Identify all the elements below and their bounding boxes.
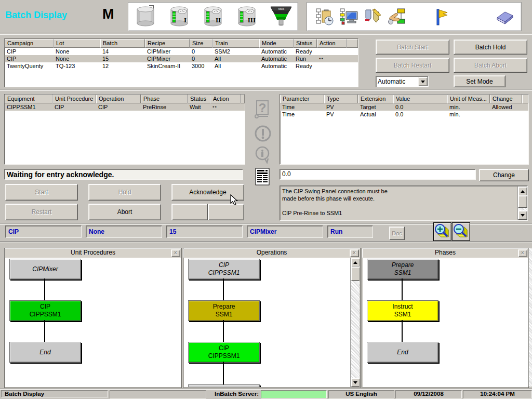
storage-tank-icon[interactable]: [134, 5, 157, 29]
column-header[interactable]: Recipe: [145, 39, 190, 48]
column-header[interactable]: Status: [294, 39, 317, 48]
operations-scrollbar[interactable]: [350, 258, 360, 387]
book-icon[interactable]: [495, 8, 515, 26]
table-row[interactable]: CIPNone15CIPMixer0AllAutomaticRun**: [5, 55, 358, 62]
column-header[interactable]: Phase: [141, 95, 188, 103]
column-header[interactable]: Type: [324, 95, 358, 103]
column-header[interactable]: Change: [490, 95, 522, 103]
phases-scrollbar-partial[interactable]: [528, 248, 532, 387]
column-header[interactable]: Batch: [100, 39, 145, 48]
close-icon[interactable]: ×: [350, 249, 359, 257]
flow-box[interactable]: PrepareSSM1: [188, 300, 260, 321]
restart-button[interactable]: Restart: [5, 204, 78, 220]
column-header[interactable]: Status: [188, 95, 210, 103]
change-button[interactable]: Change: [479, 169, 529, 181]
flow-box[interactable]: InstructSSM1: [367, 300, 438, 321]
table-cell: [317, 48, 347, 55]
table-row[interactable]: TwentyQuentyTQ-12312SkinCream-II3000AllA…: [5, 62, 358, 70]
column-header[interactable]: Value: [393, 95, 447, 103]
table-cell: 14: [100, 48, 145, 55]
column-header[interactable]: Operation: [96, 95, 141, 103]
column-header[interactable]: Campaign: [5, 39, 54, 48]
question-phase-icon: ?: [252, 97, 273, 121]
column-header[interactable]: Unit Procedure: [52, 95, 96, 103]
flow-box[interactable]: CIPMixer: [9, 259, 81, 280]
flow-box[interactable]: End: [367, 342, 438, 363]
table-header: EquipmentUnit ProcedureOperationPhaseSta…: [5, 95, 245, 103]
table-cell: 12: [100, 62, 145, 70]
table-cell: Time: [280, 103, 324, 111]
set-mode-button[interactable]: Set Mode: [454, 75, 506, 87]
operations-scroll-thumb[interactable]: [351, 267, 360, 281]
status-language: US English: [328, 390, 394, 398]
start-button[interactable]: Start: [5, 184, 78, 201]
zoom-in-button[interactable]: [433, 222, 451, 241]
column-header[interactable]: Size: [190, 39, 212, 48]
scroll-up-icon[interactable]: [351, 258, 360, 267]
section-divider-3: [0, 241, 532, 243]
column-header[interactable]: Parameter: [280, 95, 324, 103]
table-row[interactable]: TimePVActual0.0min.: [280, 111, 528, 118]
close-icon[interactable]: ×: [518, 249, 527, 257]
abort-button[interactable]: Abort: [88, 204, 161, 220]
flow-box[interactable]: CIPCIPPSSM1: [9, 300, 81, 321]
column-header-filler: [241, 95, 245, 103]
report-icon[interactable]: [255, 167, 270, 187]
hold-button[interactable]: Hold: [88, 184, 161, 201]
message-line: made before this phase will execute.: [282, 195, 516, 202]
schedule-icon[interactable]: [315, 7, 335, 26]
vessel-edit-icon[interactable]: [363, 7, 383, 26]
scroll-up-icon[interactable]: [518, 187, 527, 196]
column-header[interactable]: Train: [212, 39, 259, 48]
scroll-down-icon[interactable]: [518, 210, 527, 220]
tank-2-icon[interactable]: II: [201, 5, 225, 29]
scroll-down-icon[interactable]: [351, 378, 360, 387]
column-header[interactable]: Action: [317, 39, 347, 48]
flow-box-label: SSM1: [394, 311, 411, 318]
info-glyph: [254, 146, 272, 164]
batch-hold-button[interactable]: Batch Hold: [454, 39, 527, 55]
blank-button-1[interactable]: [171, 204, 208, 220]
column-header[interactable]: Equipment: [5, 95, 52, 103]
batch-restart-button[interactable]: Batch Restart: [376, 58, 449, 73]
abort-label: Abort: [117, 208, 132, 216]
connector-line: [44, 278, 45, 300]
batch-abort-label: Batch Abort: [474, 62, 507, 69]
triangle-up: [521, 190, 525, 193]
batch-display-icon[interactable]: [339, 7, 359, 26]
mode-select[interactable]: Automatic: [376, 76, 429, 87]
mode-select-arrow[interactable]: [418, 77, 428, 86]
close-icon[interactable]: ×: [171, 249, 180, 257]
column-header[interactable]: Extension: [358, 95, 393, 103]
status-app-name: Batch Display: [1, 390, 108, 397]
table-cell: PV: [324, 103, 358, 111]
message-scroll-thumb[interactable]: [518, 195, 527, 208]
table-row[interactable]: CIPPSSM1CIPCIPPreRinseWait**: [5, 103, 245, 111]
column-header[interactable]: Action: [210, 95, 241, 103]
column-header[interactable]: Unit of Meas...: [447, 95, 490, 103]
mouse-cursor: [230, 194, 240, 208]
flow-box[interactable]: CIPCIPPSSM1: [188, 342, 260, 363]
batch-abort-button[interactable]: Batch Abort: [454, 58, 527, 73]
column-header[interactable]: Mode: [259, 39, 294, 48]
flow-box[interactable]: PrepareSSM1: [367, 259, 438, 280]
message-scrollbar[interactable]: [517, 187, 527, 220]
table-cell: All: [212, 62, 259, 70]
value-entry-input[interactable]: 0.0: [280, 169, 476, 180]
status-bar: Batch Display InBatch Server: US English…: [0, 389, 532, 399]
manual-phase-icon[interactable]: [387, 7, 407, 26]
flag-icon[interactable]: [431, 8, 448, 26]
batch-start-button[interactable]: Batch Start: [376, 39, 449, 55]
zoom-out-button[interactable]: [452, 222, 470, 241]
table-row[interactable]: CIPNone14CIPMixer0SSM2AutomaticReady: [5, 48, 358, 55]
flow-box[interactable]: CIPCIPPSSM1: [188, 259, 260, 280]
table-row[interactable]: TimePVTarget0.0min.Allowed: [280, 103, 528, 111]
flow-box[interactable]: [188, 384, 260, 387]
flow-box[interactable]: End: [9, 342, 81, 363]
doc-button[interactable]: Doc: [389, 227, 405, 240]
column-header[interactable]: Lot: [54, 39, 100, 48]
tank-1-icon[interactable]: I: [167, 5, 191, 29]
totes-icon[interactable]: Totes: [269, 5, 292, 29]
tank-3-icon[interactable]: III: [235, 5, 259, 29]
table-cell: **: [317, 55, 347, 62]
